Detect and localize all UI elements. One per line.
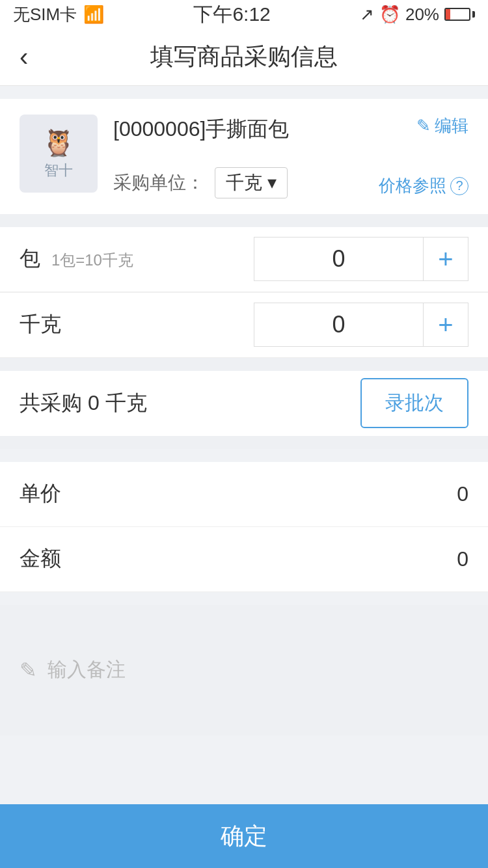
kg-label: 千克 [20, 310, 254, 339]
status-bar-time: 下午6:12 [193, 1, 270, 28]
amount-label: 金额 [20, 545, 61, 573]
battery-indicator [444, 8, 475, 21]
product-info: [0000006]手撕面包 ✎ 编辑 采购单位： 千克 ▾ 价格参照 ? [113, 115, 468, 198]
product-thumbnail: 🦉 智十 [20, 115, 98, 193]
note-placeholder: 输入备注 [47, 657, 126, 683]
product-card: 🦉 智十 [0000006]手撕面包 ✎ 编辑 采购单位： 千克 ▾ [0, 99, 488, 214]
alarm-icon: ⏰ [379, 5, 400, 25]
carrier-label: 无SIM卡 [13, 3, 77, 26]
location-icon: ↗ [360, 5, 374, 25]
section-divider-2 [0, 358, 488, 371]
bag-input-section: 包 1包=10千克 + [0, 227, 488, 292]
unit-price-row: 单价 0 [0, 462, 488, 527]
pencil-icon: ✎ [20, 658, 37, 683]
total-amount: 0 [88, 391, 100, 414]
kg-plus-button[interactable]: + [423, 303, 468, 347]
total-text: 共采购 0 千克 [20, 389, 147, 418]
unit-price-label: 单价 [20, 480, 61, 508]
unit-selector[interactable]: 千克 ▾ [215, 167, 288, 198]
confirm-button[interactable]: 确定 [0, 804, 488, 868]
product-unit-row: 采购单位： 千克 ▾ [113, 167, 288, 198]
record-batch-button[interactable]: 录批次 [360, 378, 468, 428]
kg-quantity-input[interactable] [254, 303, 423, 347]
wifi-icon: 📶 [83, 5, 104, 25]
status-bar-left: 无SIM卡 📶 [13, 3, 104, 26]
page-title: 填写商品采购信息 [150, 41, 338, 73]
unit-label: 采购单位： [113, 170, 204, 195]
bag-quantity-input[interactable] [254, 237, 423, 281]
info-circle-icon: ? [450, 177, 468, 195]
nav-bar: ‹ 填写商品采购信息 [0, 29, 488, 86]
amount-row: 金额 0 [0, 527, 488, 592]
kg-input-row: 千克 + [0, 293, 488, 358]
edit-icon: ✎ [416, 116, 431, 136]
bag-plus-button[interactable]: + [423, 237, 468, 281]
note-section[interactable]: ✎ 输入备注 [0, 605, 488, 735]
status-bar-right: ↗ ⏰ 20% [360, 5, 475, 25]
edit-button[interactable]: ✎ 编辑 [416, 115, 468, 137]
section-divider-3 [0, 436, 488, 449]
bag-label: 包 1包=10千克 [20, 245, 254, 273]
unit-price-value: 0 [457, 482, 468, 506]
total-row: 共采购 0 千克 录批次 [0, 371, 488, 436]
price-section: 单价 0 金额 0 [0, 462, 488, 592]
back-button[interactable]: ‹ [20, 42, 59, 72]
price-reference-button[interactable]: 价格参照 ? [379, 174, 468, 197]
bag-input-row: 包 1包=10千克 + [0, 227, 488, 292]
product-name: [0000006]手撕面包 [113, 115, 289, 144]
bag-sub-label: 1包=10千克 [51, 251, 133, 269]
kg-input-section: 千克 + [0, 293, 488, 358]
status-bar: 无SIM卡 📶 下午6:12 ↗ ⏰ 20% [0, 0, 488, 29]
section-divider-1 [0, 214, 488, 227]
battery-percent: 20% [405, 5, 439, 25]
brand-icon: 🦉 [42, 128, 75, 158]
brand-label: 智十 [44, 161, 73, 180]
amount-value: 0 [457, 547, 468, 571]
dropdown-arrow-icon: ▾ [267, 172, 277, 193]
